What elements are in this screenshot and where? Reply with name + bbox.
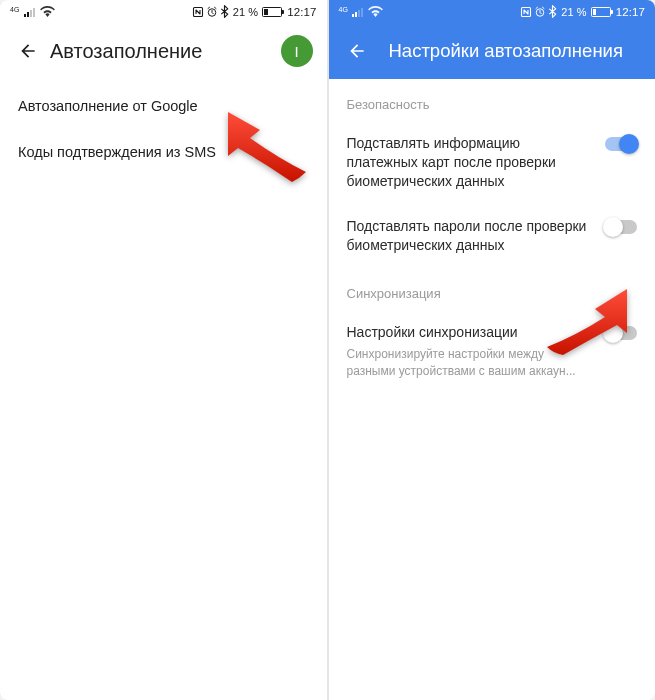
alarm-icon [534,6,546,18]
back-button[interactable] [10,33,46,69]
item-label: Коды подтверждения из SMS [18,144,309,160]
row-text: Подставлять пароли после проверки биомет… [347,217,596,255]
clock: 12:17 [287,6,316,18]
network-type: 4G [339,6,349,13]
item-sms-codes[interactable]: Коды подтверждения из SMS [0,129,327,175]
arrow-back-icon [347,41,367,61]
battery-pct: 21 % [561,6,586,18]
settings-list: Автозаполнение от Google Коды подтвержде… [0,79,327,175]
item-autofill-google[interactable]: Автозаполнение от Google [0,83,327,129]
profile-avatar[interactable]: I [281,35,313,67]
row-sync-settings[interactable]: Настройки синхронизации Синхронизируйте … [329,311,656,384]
network-type: 4G [10,6,20,13]
wifi-icon [40,6,55,17]
arrow-back-icon [18,41,38,61]
switch-sync-settings[interactable] [605,326,637,340]
avatar-letter: I [294,43,298,60]
nfc-icon [192,6,204,18]
cellular-signal-icon [352,7,365,17]
battery-icon [262,7,282,17]
section-label-sync: Синхронизация [329,268,656,311]
settings-body: Безопасность Подставлять информацию плат… [329,79,656,700]
row-text: Подставлять информацию платежных карт по… [347,134,596,191]
status-bar: 4G 21 % 12:17 [329,0,656,23]
page-title: Настройки автозаполнения [389,40,623,62]
alarm-icon [206,6,218,18]
battery-icon [591,7,611,17]
header: Настройки автозаполнения [329,23,656,79]
bluetooth-icon [220,5,229,18]
header: Автозаполнение I [0,23,327,79]
cellular-signal-icon [24,7,37,17]
wifi-icon [368,6,383,17]
row-subtext: Синхронизируйте настройки между разными … [347,346,596,378]
bluetooth-icon [548,5,557,18]
row-biometric-cards[interactable]: Подставлять информацию платежных карт по… [329,122,656,205]
switch-biometric-passwords[interactable] [605,220,637,234]
status-bar: 4G 21 % 12:17 [0,0,327,23]
clock: 12:17 [616,6,645,18]
phone-left: 4G 21 % 12:17 [0,0,327,700]
back-button[interactable] [339,33,375,69]
battery-pct: 21 % [233,6,258,18]
row-text: Настройки синхронизации [347,323,596,342]
phone-right: 4G 21 % 12:17 [329,0,656,700]
row-biometric-passwords[interactable]: Подставлять пароли после проверки биомет… [329,205,656,269]
switch-biometric-cards[interactable] [605,137,637,151]
page-title: Автозаполнение [50,40,281,63]
item-label: Автозаполнение от Google [18,98,309,114]
section-label-security: Безопасность [329,79,656,122]
nfc-icon [520,6,532,18]
